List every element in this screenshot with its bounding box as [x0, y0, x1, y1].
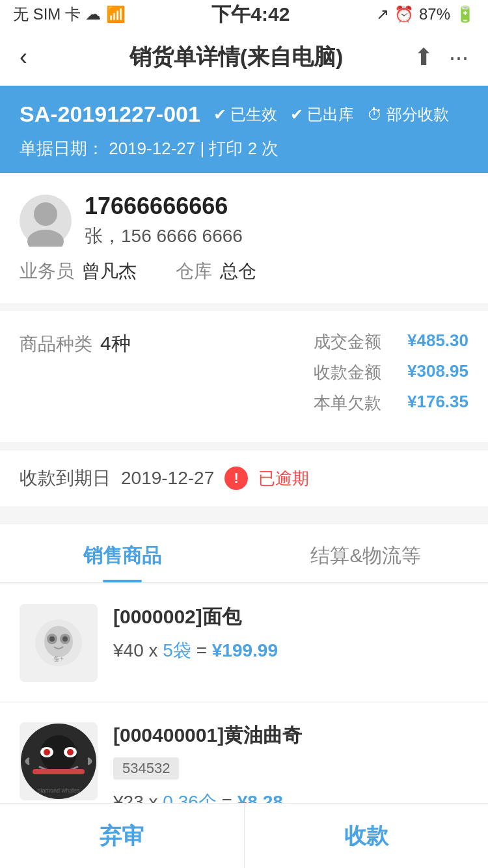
staff-name: 曾凡杰	[82, 259, 137, 284]
customer-name: 张，156 6666 6666	[85, 224, 243, 249]
check-icon-1: ✔	[213, 105, 226, 124]
product-image-1: 备+	[20, 604, 98, 682]
warehouse-label: 仓库	[176, 259, 212, 284]
tab-settlement-label: 结算&物流等	[310, 545, 421, 566]
share-icon[interactable]: ⬆	[414, 44, 433, 71]
product-count: 商品种类 4种	[20, 331, 131, 357]
badge-partial: ⏱ 部分收款	[367, 104, 449, 125]
due-date-label: 收款到期日	[20, 466, 111, 491]
badge-shipped: ✔ 已出库	[290, 104, 354, 125]
received-label: 收款金额	[314, 361, 381, 384]
nav-bar: ‹ 销货单详情(来自电脑) ⬆ ···	[0, 29, 488, 86]
overdue-icon: !	[224, 467, 248, 490]
alarm-icon: ⏰	[394, 5, 414, 23]
product-item-1: 备+ [0000002]面包 ¥40 x 5袋 = ¥199.99	[0, 584, 488, 701]
product-price-1: ¥40 x 5袋 = ¥199.99	[113, 638, 468, 663]
svg-point-1	[27, 230, 64, 247]
equals-sign-1: =	[197, 640, 212, 660]
confirm-button[interactable]: 收款	[245, 804, 489, 868]
due-date-section: 收款到期日 2019-12-27 ! 已逾期	[0, 450, 488, 506]
overdue-text: 已逾期	[258, 467, 309, 490]
product-sku-2: 534532	[113, 757, 179, 780]
kind-label: 商品种类	[20, 332, 92, 357]
banner-top-row: SA-20191227-001 ✔ 已生效 ✔ 已出库 ⏱ 部分收款	[20, 102, 468, 127]
svg-text:diamond whales: diamond whales	[37, 787, 80, 794]
avatar	[20, 195, 72, 247]
received-amount-row: 收款金额 ¥308.95	[314, 361, 468, 384]
due-date-value: 2019-12-27	[121, 468, 214, 489]
sim-status: 无 SIM 卡 ☁	[13, 4, 101, 25]
svg-text:备+: 备+	[53, 655, 64, 662]
order-date-row: 单据日期： 2019-12-27 | 打印 2 次	[20, 137, 468, 160]
order-id: SA-20191227-001	[20, 102, 200, 127]
customer-info: 17666666666 张，156 6666 6666	[85, 193, 243, 249]
summary-right: 成交金额 ¥485.30 收款金额 ¥308.95 本单欠款 ¥176.35	[314, 331, 468, 422]
summary-left: 商品种类 4种	[20, 331, 131, 357]
svg-point-14	[67, 749, 74, 755]
product-list: 备+ [0000002]面包 ¥40 x 5袋 = ¥199.99	[0, 584, 488, 834]
product-info-2: [000400001]黄油曲奇 534532 ¥23 x 0.36个 = ¥8.…	[113, 722, 468, 815]
status-bar: 无 SIM 卡 ☁ 📶 下午4:42 ↗ ⏰ 87% 🔋	[0, 0, 488, 29]
debt-value: ¥176.35	[407, 392, 468, 414]
deal-label: 成交金额	[314, 331, 381, 353]
debt-label: 本单欠款	[314, 392, 381, 414]
battery-level: 87%	[419, 5, 450, 23]
product-info-1: [0000002]面包 ¥40 x 5袋 = ¥199.99	[113, 604, 468, 663]
date-label: 单据日期：	[20, 139, 104, 158]
svg-point-6	[49, 636, 55, 642]
customer-top: 17666666666 张，156 6666 6666	[20, 193, 468, 249]
order-header-banner: SA-20191227-001 ✔ 已生效 ✔ 已出库 ⏱ 部分收款 单据日期：…	[0, 86, 488, 173]
check-icon-2: ✔	[290, 105, 303, 124]
deal-value: ¥485.30	[407, 331, 468, 353]
page-title: 销货单详情(来自电脑)	[59, 42, 414, 72]
status-right: ↗ ⏰ 87% 🔋	[376, 5, 475, 23]
status-left: 无 SIM 卡 ☁ 📶	[13, 4, 126, 25]
received-value: ¥308.95	[407, 361, 468, 384]
summary-section: 商品种类 4种 成交金额 ¥485.30 收款金额 ¥308.95 本单欠款 ¥…	[0, 311, 488, 442]
tab-sales-products-label: 销售商品	[83, 545, 161, 566]
bottom-bar: 弃审 收款	[0, 803, 488, 868]
location-icon: ↗	[376, 5, 389, 23]
debt-amount-row: 本单欠款 ¥176.35	[314, 392, 468, 414]
multiply-sign-1: x	[149, 640, 163, 660]
clock-icon: ⏱	[367, 105, 383, 124]
cancel-button[interactable]: 弃审	[0, 804, 245, 868]
svg-point-7	[62, 636, 68, 642]
cancel-label: 弃审	[100, 821, 144, 851]
tabs-section: 销售商品 结算&物流等	[0, 524, 488, 583]
separator	[0, 514, 488, 524]
confirm-label: 收款	[344, 821, 388, 851]
tabs-row: 销售商品 结算&物流等	[0, 524, 488, 583]
status-time: 下午4:42	[211, 1, 290, 28]
svg-point-13	[44, 749, 50, 755]
battery-icon: 🔋	[455, 5, 475, 23]
product-base-price-1: ¥40	[113, 640, 144, 660]
warehouse-name: 总仓	[220, 259, 256, 284]
deal-amount-row: 成交金额 ¥485.30	[314, 331, 468, 353]
customer-phone: 17666666666	[85, 193, 243, 220]
print-count: | 打印 2 次	[200, 139, 278, 158]
kind-value: 4种	[100, 331, 131, 357]
tab-settlement[interactable]: 结算&物流等	[244, 524, 488, 582]
staff-label: 业务员	[20, 259, 74, 284]
svg-rect-15	[33, 769, 85, 774]
wifi-icon: 📶	[106, 5, 126, 23]
staff-item: 业务员 曾凡杰	[20, 259, 137, 284]
product-name-2: [000400001]黄油曲奇	[113, 722, 468, 749]
svg-point-0	[34, 202, 57, 226]
product-image-2: diamond whales	[20, 722, 98, 800]
product-name-1: [0000002]面包	[113, 604, 468, 631]
badge-shipped-text: 已出库	[307, 104, 354, 125]
nav-actions: ⬆ ···	[414, 44, 468, 71]
product-total-1: ¥199.99	[212, 640, 278, 660]
tab-sales-products[interactable]: 销售商品	[0, 524, 244, 582]
customer-meta: 业务员 曾凡杰 仓库 总仓	[20, 259, 468, 284]
badge-partial-text: 部分收款	[386, 104, 449, 125]
more-icon[interactable]: ···	[449, 44, 468, 71]
product-qty-1: 5袋	[163, 640, 191, 660]
order-date: 2019-12-27	[109, 139, 195, 158]
badge-effective: ✔ 已生效	[213, 104, 277, 125]
warehouse-item: 仓库 总仓	[176, 259, 256, 284]
badge-effective-text: 已生效	[230, 104, 277, 125]
back-button[interactable]: ‹	[20, 44, 59, 71]
